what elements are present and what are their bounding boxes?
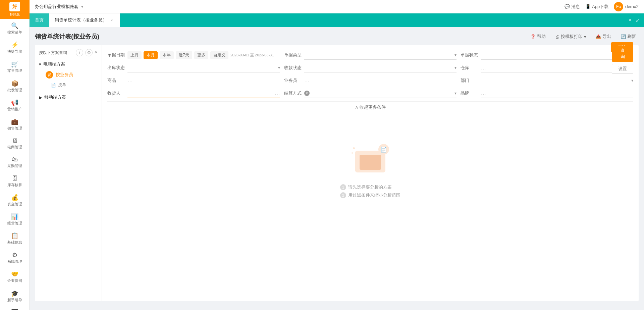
doc-type-label: 单据类型 bbox=[284, 52, 302, 58]
mobile-toggle-icon: ▶ bbox=[39, 95, 42, 100]
topbar-left: 办公用品行业模拟账套 ▾ bbox=[35, 4, 83, 10]
doc-status-label: 单据状态 bbox=[461, 52, 478, 58]
sidebar-item-system[interactable]: ⚙ 系统管理 bbox=[0, 248, 29, 267]
purchase-icon: 🛍 bbox=[12, 156, 18, 163]
department-select[interactable]: ▾ bbox=[481, 76, 633, 85]
tree-child-salesperson[interactable]: 员 按业务员 bbox=[35, 69, 102, 81]
print-button[interactable]: 🖨 按模板打印 ▾ bbox=[552, 32, 589, 41]
tree-desktop-parent[interactable]: ▾ 电脑端方案 bbox=[35, 59, 102, 69]
outbound-select[interactable]: ▾ bbox=[127, 63, 280, 72]
outbound-filter-item: 出库状态 ▾ bbox=[107, 63, 280, 72]
settlement-select[interactable]: × ▾ bbox=[304, 89, 457, 98]
export-button[interactable]: 📤 导出 bbox=[593, 32, 614, 41]
settings-button[interactable]: 设置 bbox=[612, 64, 633, 74]
sidebar-item-search[interactable]: 🔍 搜索菜单 bbox=[0, 19, 29, 38]
sidebar-item-app-center[interactable]: 🔲 应用中心 bbox=[0, 306, 29, 310]
date-btn-7days[interactable]: 近7天 bbox=[176, 51, 192, 59]
tab-active[interactable]: 销货单统计表（按业务员） × bbox=[49, 13, 120, 27]
print-dropdown-icon: ▾ bbox=[584, 34, 586, 39]
outbound-label: 出库状态 bbox=[107, 65, 125, 71]
sidebar-item-enterprise[interactable]: 🤝 企业协同 bbox=[0, 267, 29, 286]
sidebar-item-shortcut[interactable]: ⚡ 快捷导航 bbox=[0, 38, 29, 57]
settlement-clear-button[interactable]: × bbox=[304, 91, 310, 96]
tab-home[interactable]: 首页 bbox=[30, 13, 49, 27]
action-buttons: 查询 设置 bbox=[612, 46, 633, 74]
help-icon: ❓ bbox=[530, 34, 536, 39]
doc-status-select[interactable]: ▾ bbox=[481, 50, 633, 60]
desktop-toggle-icon: ▾ bbox=[39, 62, 41, 67]
filter-area: 单据日期 上月 本月 本年 近7天 更多 自定义 2023-03-01 至 20… bbox=[107, 50, 633, 113]
salesperson-select[interactable]: … bbox=[304, 76, 457, 85]
sidebar-item-ecommerce[interactable]: 🖥 电商管理 bbox=[0, 134, 29, 153]
sidebar-item-inventory[interactable]: 🗄 库存核算 bbox=[0, 172, 29, 191]
tree-mobile-parent[interactable]: ▶ 移动端方案 bbox=[35, 92, 102, 102]
doc-type-chevron: ▾ bbox=[454, 53, 457, 57]
operations-icon: 📊 bbox=[11, 213, 18, 220]
date-btn-this-month[interactable]: 本月 bbox=[144, 51, 158, 59]
message-button[interactable]: 💬 消息 bbox=[565, 4, 580, 10]
wholesale-icon: 📦 bbox=[11, 80, 18, 87]
search-icon: 🔍 bbox=[11, 22, 18, 30]
add-scheme-button[interactable]: + bbox=[76, 49, 83, 56]
date-btn-last-month[interactable]: 上月 bbox=[127, 51, 142, 59]
sidebar-item-purchase[interactable]: 🛍 采购管理 bbox=[0, 153, 29, 171]
doc-type-filter-item: 单据类型 ▾ bbox=[284, 50, 457, 60]
marketing-icon: 📢 bbox=[11, 99, 18, 106]
left-panel: 按以下方案查询 + ⚙ « ▾ 电脑端方案 员 按业务员 📄 bbox=[35, 45, 102, 301]
active-dot: 员 bbox=[46, 71, 53, 79]
message-icon: 💬 bbox=[565, 4, 570, 9]
doc-type-select[interactable]: ▾ bbox=[304, 50, 457, 60]
right-panel: 单据日期 上月 本月 本年 近7天 更多 自定义 2023-03-01 至 20… bbox=[102, 45, 639, 301]
avatar[interactable]: Ea bbox=[614, 2, 623, 11]
collapse-panel-button[interactable]: « bbox=[95, 49, 98, 56]
tree-desktop-section: ▾ 电脑端方案 员 按业务员 📄 按单 bbox=[35, 59, 102, 92]
topbar-dropdown-icon[interactable]: ▾ bbox=[81, 4, 83, 9]
tree-mobile-section: ▶ 移动端方案 bbox=[35, 92, 102, 105]
settings-scheme-button[interactable]: ⚙ bbox=[85, 49, 93, 56]
filter-row-3: 商品 … 业务员 … 部门 bbox=[107, 76, 633, 85]
refresh-button[interactable]: 🔄 刷新 bbox=[618, 32, 639, 41]
topbar-right: 💬 消息 📱 App下载 Ea demo2 bbox=[565, 2, 639, 11]
collapse-conditions-button[interactable]: ∧ 收起更多条件 bbox=[107, 101, 633, 113]
sidebar-item-wholesale[interactable]: 📦 批发管理 bbox=[0, 76, 29, 96]
department-filter-item: 部门 ▾ bbox=[461, 76, 633, 85]
system-icon: ⚙ bbox=[12, 251, 17, 259]
app-download-button[interactable]: 📱 App下载 bbox=[585, 4, 608, 10]
warehouse-select[interactable]: … bbox=[481, 63, 633, 72]
sidebar-item-newbie[interactable]: 🎓 新手引导 bbox=[0, 287, 29, 306]
refresh-icon: 🔄 bbox=[621, 34, 626, 39]
query-main-button[interactable]: 查询 bbox=[612, 46, 633, 62]
date-btn-custom[interactable]: 自定义 bbox=[210, 51, 228, 59]
tab-close-all-button[interactable]: × bbox=[627, 16, 633, 24]
product-dots: … bbox=[127, 78, 133, 84]
product-filter-item: 商品 … bbox=[107, 76, 280, 85]
help-button[interactable]: ❓ 帮助 bbox=[528, 32, 548, 41]
sidebar-item-basic[interactable]: 📋 基础信息 bbox=[0, 229, 29, 248]
page-header: 销货单统计表(按业务员) ❓ 帮助 🖨 按模板打印 ▾ 📤 导出 🔄 刷新 bbox=[35, 32, 639, 41]
product-select[interactable]: … bbox=[127, 76, 280, 85]
date-btn-this-year[interactable]: 本年 bbox=[160, 51, 174, 59]
sidebar-item-operations[interactable]: 📊 经营管理 bbox=[0, 210, 29, 229]
sidebar-item-retail[interactable]: 🛒 零售管理 bbox=[0, 57, 29, 76]
sidebar: 好 标账版 🔍 搜索菜单 ⚡ 快捷导航 🛒 零售管理 📦 批发管理 📢 营销推广… bbox=[0, 0, 30, 310]
tab-close-button[interactable]: × bbox=[109, 17, 114, 23]
brand-select[interactable]: … bbox=[481, 89, 633, 98]
warehouse-filter-item: 仓库 … bbox=[461, 63, 633, 72]
sidebar-item-marketing[interactable]: 📢 营销推广 bbox=[0, 96, 29, 115]
payment-select[interactable]: ▾ bbox=[304, 63, 457, 72]
step-num-1: 1 bbox=[340, 184, 346, 190]
panel-header: 按以下方案查询 + ⚙ « bbox=[35, 49, 102, 59]
date-btn-more[interactable]: 更多 bbox=[194, 51, 208, 59]
consignee-input[interactable]: … bbox=[127, 89, 280, 98]
sidebar-item-sales[interactable]: 💼 销售管理 bbox=[0, 115, 29, 134]
payment-chevron: ▾ bbox=[454, 65, 457, 70]
tab-maximize-button[interactable]: ⤢ bbox=[634, 16, 641, 25]
date-label: 单据日期 bbox=[107, 52, 125, 58]
tabbar-actions: × ⤢ bbox=[627, 16, 644, 25]
salesperson-filter-item: 业务员 … bbox=[284, 76, 457, 85]
filter-row-1: 单据日期 上月 本月 本年 近7天 更多 自定义 2023-03-01 至 20… bbox=[107, 50, 633, 60]
user-area[interactable]: Ea demo2 bbox=[614, 2, 639, 11]
tree-grandchild-doc[interactable]: 📄 按单 bbox=[35, 81, 102, 90]
sidebar-item-finance[interactable]: 💰 资金管理 bbox=[0, 191, 29, 210]
app-logo[interactable]: 好 标账版 bbox=[0, 0, 30, 19]
